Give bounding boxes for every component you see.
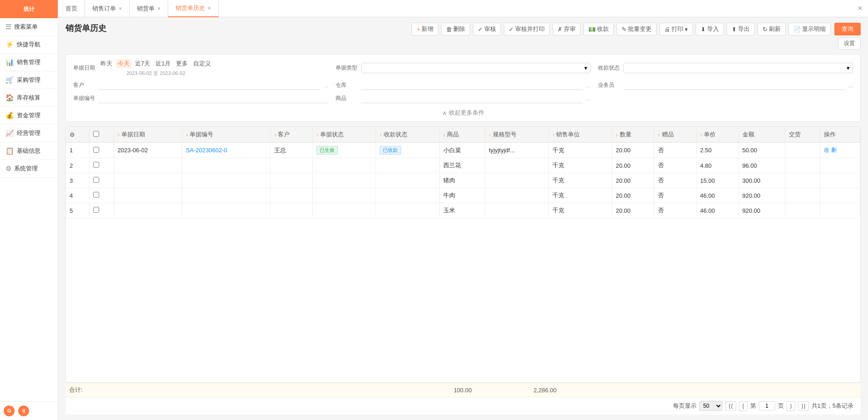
date-tab-today[interactable]: 今天	[116, 59, 131, 68]
next-page-button[interactable]: ⟩	[787, 401, 795, 411]
sidebar-item-search-menu[interactable]: ☰ 搜索菜单	[0, 18, 58, 36]
warehouse-input[interactable]	[361, 80, 583, 90]
select-all-checkbox[interactable]	[93, 131, 99, 137]
date-tab-last7[interactable]: 近7天	[133, 59, 152, 68]
row-goods: 猪肉	[439, 173, 485, 188]
row-checkbox[interactable]	[93, 192, 99, 198]
tab-sales-history-close[interactable]: ×	[208, 5, 211, 11]
page-number-input[interactable]	[759, 401, 775, 410]
sidebar-item-inventory[interactable]: 🏠 库存核算	[0, 89, 58, 107]
order-no-link[interactable]: SA-20230602-0	[186, 147, 227, 154]
row-check[interactable]	[89, 143, 114, 158]
date-tab-custom[interactable]: 自定义	[191, 59, 213, 68]
row-order-no[interactable]: SA-20230602-0	[182, 143, 270, 158]
date-tab-yesterday[interactable]: 昨天	[99, 59, 114, 68]
status-badge: 已生效	[316, 146, 338, 155]
row-check[interactable]	[89, 158, 114, 173]
col-price[interactable]: ↕ 单价	[696, 127, 738, 143]
row-check[interactable]	[89, 203, 114, 218]
show-detail-button[interactable]: 📄 显示明细	[788, 23, 831, 35]
page-unit: 页	[778, 402, 784, 410]
nav-close-all[interactable]: ×	[852, 4, 868, 13]
date-tab-last1m[interactable]: 近1月	[154, 59, 172, 68]
last-page-button[interactable]: ⟩⟩	[798, 401, 809, 411]
tab-sales-order-close[interactable]: ×	[119, 5, 122, 12]
warehouse-dots[interactable]: ...	[586, 82, 591, 89]
operations-icon: 📈	[5, 129, 14, 137]
refresh-button[interactable]: ↻ 刷新	[758, 23, 786, 35]
staff-input[interactable]	[623, 80, 845, 90]
review-button[interactable]: ✓ 审核	[473, 23, 501, 35]
tab-sales-history[interactable]: 销货单历史 ×	[168, 0, 219, 17]
sidebar-pause-icon[interactable]: ⏸	[18, 405, 29, 416]
sidebar-item-basic-info[interactable]: 📋 基础信息	[0, 142, 58, 160]
abandon-button[interactable]: ✗ 弃审	[552, 23, 581, 35]
col-gift[interactable]: ↕ 赠品	[654, 127, 696, 143]
col-amount: 金额	[738, 127, 785, 143]
col-unit[interactable]: ↕ 销售单位	[548, 127, 612, 143]
col-date[interactable]: ↕ 单据日期	[114, 127, 182, 143]
sidebar-item-sys-mgmt[interactable]: ⚙ 系统管理	[0, 160, 58, 178]
goods-dots[interactable]: ...	[586, 95, 591, 102]
type-select[interactable]: ▾	[361, 63, 591, 73]
row-check[interactable]	[89, 188, 114, 203]
first-page-button[interactable]: ⟨⟨	[725, 401, 736, 411]
collect-button[interactable]: 💵 收款	[583, 23, 614, 35]
export-button[interactable]: ⬆ 导出	[727, 23, 755, 35]
order-no-label: 单据编号	[73, 95, 96, 102]
sidebar-item-sales-mgmt[interactable]: 📊 销售管理	[0, 54, 58, 71]
collapse-row[interactable]: ∧ 收起更多条件	[73, 107, 853, 117]
row-checkbox[interactable]	[93, 162, 99, 168]
toolbar: + 新增 🗑 删除 ✓ 审核 ✓ 审核并打印	[411, 23, 831, 35]
row-checkbox[interactable]	[93, 207, 99, 213]
customer-dots[interactable]: ...	[323, 82, 328, 89]
col-spec[interactable]: ↕ 规格型号	[485, 127, 548, 143]
row-check[interactable]	[89, 173, 114, 188]
sidebar-item-operations[interactable]: 📈 经营管理	[0, 125, 58, 142]
filter-row-3: 单据编号 商品 ...	[73, 94, 853, 103]
batch-change-button[interactable]: ✎ 批量变更	[617, 23, 657, 35]
sidebar-logo: 统计	[0, 0, 58, 18]
settings-button[interactable]: 设置	[838, 37, 861, 50]
row-qty: 20.00	[612, 143, 654, 158]
row-checkbox[interactable]	[93, 147, 99, 153]
import-button[interactable]: ⬇ 导入	[696, 23, 724, 35]
col-qty[interactable]: ↕ 数量	[612, 127, 654, 143]
review-print-button[interactable]: ✓ 审核并打印	[504, 23, 550, 35]
tab-sales-order[interactable]: 销售订单 ×	[85, 0, 130, 17]
date-tab-more[interactable]: 更多	[174, 59, 190, 68]
tab-home[interactable]: 首页	[58, 0, 85, 17]
goods-input[interactable]	[361, 94, 583, 103]
export-icon: ⬆	[732, 26, 737, 33]
staff-dots[interactable]: ...	[848, 82, 853, 89]
col-pay-status[interactable]: ↕ 收款状态	[376, 127, 439, 143]
sidebar-item-purchase-mgmt[interactable]: 🛒 采购管理	[0, 71, 58, 89]
per-page-select[interactable]: 20 50 100	[699, 401, 722, 411]
row-order-no	[182, 203, 270, 218]
delete-button[interactable]: 🗑 删除	[441, 23, 470, 35]
sidebar-item-finance[interactable]: 💰 资金管理	[0, 107, 58, 125]
col-goods[interactable]: ↕ 商品	[439, 127, 485, 143]
delete-row-button[interactable]: 删	[831, 147, 837, 153]
sidebar-item-quick-nav[interactable]: ⚡ 快捷导航	[0, 36, 58, 54]
new-button[interactable]: + 新增	[411, 23, 438, 35]
row-date	[114, 203, 182, 218]
customer-input[interactable]	[99, 80, 321, 90]
row-checkbox[interactable]	[93, 177, 99, 183]
col-customer[interactable]: ↕ 客户	[270, 127, 312, 143]
query-button[interactable]: 查询	[834, 23, 861, 35]
order-no-input[interactable]	[99, 94, 328, 103]
col-order-no[interactable]: ↕ 单据编号	[182, 127, 270, 143]
tab-sales-goods[interactable]: 销货单 ×	[130, 0, 168, 17]
pay-status-select[interactable]: ▾	[623, 63, 853, 73]
tab-sales-goods-close[interactable]: ×	[157, 5, 161, 12]
row-qty: 20.00	[612, 158, 654, 173]
sidebar-settings-icon[interactable]: ⚙	[4, 405, 15, 416]
col-settings[interactable]: ⚙	[66, 127, 89, 143]
edit-button[interactable]: 改	[824, 147, 829, 153]
prev-page-button[interactable]: ⟨	[739, 401, 748, 411]
collapse-label: 收起更多条件	[449, 109, 484, 117]
row-unit: 千克	[548, 143, 612, 158]
print-button[interactable]: 🖨 打印 ▾	[659, 23, 693, 35]
col-order-status[interactable]: ↕ 单据状态	[312, 127, 376, 143]
